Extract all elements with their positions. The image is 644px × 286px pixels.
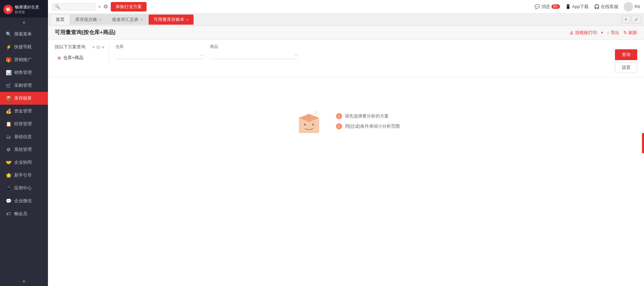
sidebar-item-cooperation[interactable]: 🤝 企业协同	[0, 156, 48, 169]
headset-icon: 🎧	[594, 4, 599, 9]
sidebar-item-inventory[interactable]: 📦 库存核算	[0, 92, 48, 105]
topbar-search-box: 🔍	[52, 3, 96, 10]
filter-schemes-panel: 按以下方案查询 + ⊙ « ⊕ 仓库+商品	[55, 44, 109, 63]
app-edition: 标准版	[15, 10, 39, 15]
page-header: 可用量查询(按仓库+商品) 🖨 按模板打印 ▾ ↑ 导出 ↻ 刷新	[48, 26, 644, 40]
empty-hints: 1 请先选择要分析的方案 2 用[过滤]条件来缩小分析范围	[336, 113, 400, 129]
sidebar-item-wechat[interactable]: 💬 企业微信	[0, 194, 48, 207]
sidebar-item-search[interactable]: 🔍 搜索菜单	[0, 28, 48, 41]
tab-available-ledger[interactable]: 可用量库存账本 ×	[149, 15, 194, 25]
app-title: 畅康通好生意	[15, 4, 39, 10]
guide-icon: 🌟	[5, 173, 11, 178]
purchase-icon: 🛒	[5, 83, 11, 88]
sidebar-item-operation[interactable]: 📋 经营管理	[0, 118, 48, 130]
scheme-add-button[interactable]: +	[92, 44, 95, 50]
member-icon: 🏷	[5, 211, 11, 216]
sidebar-scroll-down[interactable]: ▼	[0, 277, 48, 286]
right-scroll-indicator	[642, 133, 644, 153]
filter-schemes-header: 按以下方案查询 + ⊙ «	[55, 44, 104, 50]
sidebar-item-purchase[interactable]: 🛒 采购管理	[0, 79, 48, 92]
scheme-item-icon: ⊕	[57, 55, 61, 60]
svg-point-5	[312, 124, 314, 126]
online-service-button[interactable]: 🎧 在线客服	[594, 4, 618, 10]
hint-num-1: 1	[336, 113, 342, 119]
export-icon: ↑	[607, 30, 610, 35]
empty-hint-1: 1 请先选择要分析的方案	[336, 113, 400, 119]
goods-more-button[interactable]: ···	[294, 53, 298, 57]
finance-icon: 💰	[5, 108, 11, 114]
sidebar-header: 畅 畅康通好生意 标准版	[0, 0, 48, 18]
user-area[interactable]: Rit	[624, 2, 640, 11]
print-dropdown-icon[interactable]: ▾	[601, 30, 603, 35]
refresh-button[interactable]: ↻ 刷新	[623, 30, 637, 36]
page-actions: 🖨 按模板打印 ▾ ↑ 导出 ↻ 刷新	[569, 30, 638, 36]
app-download-button[interactable]: 📱 App下载	[565, 4, 589, 10]
topbar: 🔍 ▾ ⚙ 体验行业方案 💬 消息 99+ 📱 App下载 🎧 在线客服 Rit	[48, 0, 644, 14]
query-buttons-area: 查询 设置	[615, 44, 637, 73]
print-icon: 🖨	[569, 30, 574, 35]
topbar-dropdown-button[interactable]: ▾	[99, 4, 101, 9]
topbar-settings-button[interactable]: ⚙	[103, 3, 108, 10]
sidebar: 畅 畅康通好生意 标准版 ▲ 🔍 搜索菜单 ⚡ 快捷导航 🎁 营销推广 📊 销售…	[0, 0, 48, 286]
inventory-icon: 📦	[5, 96, 11, 101]
goods-input[interactable]	[210, 52, 293, 57]
page-content: 可用量查询(按仓库+商品) 🖨 按模板打印 ▾ ↑ 导出 ↻ 刷新	[48, 26, 644, 286]
tab-close-button[interactable]: ×	[621, 16, 630, 23]
tab-batch-ledger-close[interactable]: ×	[99, 18, 101, 22]
tab-maximize-button[interactable]: ⤢	[632, 16, 641, 23]
print-template-button[interactable]: 🖨 按模板打印	[569, 30, 597, 36]
sales-icon: 📊	[5, 70, 11, 75]
sidebar-item-appcenter[interactable]: 📱 应用中心	[0, 182, 48, 194]
marketing-icon: 🎁	[5, 57, 11, 62]
scheme-collapse-button[interactable]: «	[102, 44, 104, 50]
tabs-bar: 首页 库存批次账 × 收发存汇总表 × 可用量库存账本 × × ⤢	[48, 14, 644, 26]
sidebar-item-marketing[interactable]: 🎁 营销推广	[0, 53, 48, 66]
user-avatar	[624, 2, 633, 11]
main-wrapper: 🔍 ▾ ⚙ 体验行业方案 💬 消息 99+ 📱 App下载 🎧 在线客服 Rit	[48, 0, 644, 286]
warehouse-more-button[interactable]: ···	[200, 53, 203, 57]
topbar-search-icon: 🔍	[55, 4, 60, 9]
hint-num-2: 2	[336, 123, 342, 129]
search-icon: 🔍	[5, 31, 11, 37]
filter-field-warehouse-input-area: ···	[115, 51, 203, 59]
message-badge: 99+	[551, 4, 560, 9]
appcenter-icon: 📱	[5, 185, 11, 191]
warehouse-input[interactable]	[115, 52, 199, 57]
tab-batch-ledger[interactable]: 库存批次账 ×	[70, 15, 106, 25]
empty-illustration	[292, 104, 326, 138]
topbar-search-input[interactable]	[61, 4, 92, 9]
tabs-bar-right: × ⤢	[621, 16, 641, 23]
tab-receipt-summary[interactable]: 收发存汇总表 ×	[107, 15, 148, 25]
sidebar-item-member[interactable]: 🏷 畅会员	[0, 207, 48, 220]
filter-field-goods-input-area: ···	[210, 51, 298, 59]
scheme-settings-button[interactable]: ⊙	[96, 44, 100, 50]
user-name: Rit	[635, 4, 640, 9]
sidebar-scroll-up[interactable]: ▲	[0, 18, 48, 26]
sidebar-nav: 🔍 搜索菜单 ⚡ 快捷导航 🎁 营销推广 📊 销售管理 🛒 采购管理 📦 库存核…	[0, 26, 48, 277]
sidebar-item-finance[interactable]: 💰 资金管理	[0, 105, 48, 118]
svg-line-6	[314, 111, 317, 114]
export-button[interactable]: ↑ 导出	[607, 30, 620, 36]
message-button[interactable]: 💬 消息 99+	[535, 4, 560, 10]
sidebar-item-system[interactable]: ⚙ 系统管理	[0, 143, 48, 156]
tab-available-ledger-close[interactable]: ×	[186, 18, 188, 22]
query-button[interactable]: 查询	[615, 49, 637, 60]
scheme-item-warehouse-goods[interactable]: ⊕ 仓库+商品	[55, 53, 104, 63]
sidebar-item-guide[interactable]: 🌟 新手引导	[0, 169, 48, 182]
quicknav-icon: ⚡	[5, 44, 11, 50]
system-icon: ⚙	[5, 147, 11, 152]
refresh-icon: ↻	[623, 30, 627, 35]
sidebar-item-basic[interactable]: 🗂 基础信息	[0, 130, 48, 143]
sidebar-item-quicknav[interactable]: ⚡ 快捷导航	[0, 41, 48, 53]
tab-home[interactable]: 首页	[51, 15, 70, 25]
trial-industry-button[interactable]: 体验行业方案	[111, 2, 147, 11]
wechat-icon: 💬	[5, 198, 11, 204]
svg-point-4	[304, 124, 306, 126]
sidebar-item-sales[interactable]: 📊 销售管理	[0, 66, 48, 79]
settings-button[interactable]: 设置	[615, 62, 637, 73]
svg-line-7	[316, 114, 320, 116]
operation-icon: 📋	[5, 121, 11, 127]
page-title: 可用量查询(按仓库+商品)	[55, 29, 115, 36]
tab-receipt-summary-close[interactable]: ×	[140, 18, 143, 22]
svg-line-8	[312, 109, 314, 113]
